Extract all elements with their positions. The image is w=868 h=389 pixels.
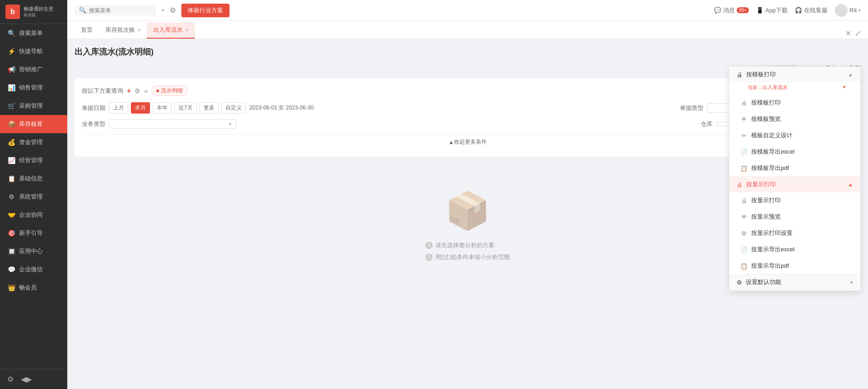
- search-settings-icon[interactable]: ⚙: [135, 87, 140, 95]
- user-name: Rit: [849, 7, 857, 14]
- dp-default-label: ⚙ 设置默认功能: [737, 278, 781, 286]
- sidebar-icon: 📊: [7, 84, 15, 92]
- user-avatar: [835, 4, 848, 17]
- dp-item-1-icon: 👁: [740, 115, 748, 123]
- settings-icon[interactable]: ⚙: [7, 375, 14, 384]
- tab-maximize[interactable]: ⤢: [855, 29, 861, 38]
- trial-button[interactable]: 体验行业方案: [181, 4, 229, 17]
- dp-item-0-icon: 🖨: [740, 99, 748, 106]
- dp-main-header[interactable]: 🖨 按模板打印 ▲: [729, 67, 860, 82]
- date-7-days[interactable]: 近7天: [175, 102, 197, 114]
- sidebar-item-畅会员[interactable]: 👑 畅会员: [0, 279, 67, 297]
- tip-num-1: 1: [425, 242, 433, 249]
- date-more[interactable]: 更多: [200, 102, 219, 114]
- sidebar-item-快捷导航[interactable]: ⚡ 快捷导航: [0, 42, 67, 60]
- dp-current-text: 当前：出入库流水: [748, 85, 788, 90]
- user-avatar-area[interactable]: Rit ▾: [835, 4, 861, 17]
- dp-item-print-settings-display[interactable]: ⚙ 按显示打印设置: [729, 225, 860, 241]
- dp-s2-item-1-icon: 👁: [740, 213, 748, 220]
- topbar-gear-icon[interactable]: ⚙: [170, 6, 176, 15]
- sidebar-item-搜索菜单[interactable]: 🔍 搜索菜单: [0, 24, 67, 42]
- business-type-label: 业务类型: [82, 120, 105, 128]
- business-type-select[interactable]: ▾: [109, 119, 236, 129]
- dp-item-0-label: 按模板打印: [751, 99, 781, 107]
- dp-item-export-excel-display[interactable]: 📄 按显示导出excel: [729, 241, 860, 258]
- dp-item-export-pdf-template[interactable]: 📋 按模板导出pdf: [729, 160, 860, 176]
- dp-display-arrow: ▲: [848, 182, 853, 187]
- dp-title: 按模板打印: [746, 70, 776, 79]
- sidebar-label: 畅会员: [19, 284, 37, 292]
- dp-item-2-label: 模板自定义设计: [751, 131, 793, 140]
- date-last-month[interactable]: 上月: [109, 102, 128, 114]
- dp-section-arrow-up: ▲: [848, 72, 853, 77]
- sidebar-icon: 📈: [7, 156, 15, 165]
- date-field-label: 单据日期: [82, 104, 105, 112]
- sidebar-item-库存核算[interactable]: 📦 库存核算: [0, 115, 67, 133]
- dp-display-title: 按显示打印: [746, 180, 776, 189]
- empty-tip-1: 请先选择要分析的方案: [435, 239, 494, 251]
- sidebar-item-销售管理[interactable]: 📊 销售管理: [0, 79, 67, 97]
- sidebar-icon: 👑: [7, 284, 15, 292]
- sidebar-item-应用中心[interactable]: 🔲 应用中心: [0, 242, 67, 260]
- date-this-month[interactable]: 本月: [131, 102, 150, 114]
- app-download-icon: 📱: [756, 7, 763, 14]
- collapse-label: 收起更多条件: [454, 138, 487, 146]
- dp-item-export-pdf-display[interactable]: 📋 按显示导出pdf: [729, 258, 860, 274]
- sidebar-icon: 🔲: [7, 247, 15, 255]
- app-download-item[interactable]: 📱 App下载: [756, 6, 788, 15]
- sidebar-label: 企业微信: [19, 265, 43, 274]
- tab-stock-flow-label: 出入库流水: [153, 26, 183, 34]
- dp-default-header[interactable]: ⚙ 设置默认功能 ▾: [729, 274, 860, 290]
- sidebar-item-资金管理[interactable]: 💰 资金管理: [0, 133, 67, 151]
- sidebar-item-采购管理[interactable]: 🛒 采购管理: [0, 97, 67, 115]
- sidebar-label: 系统管理: [19, 193, 43, 201]
- tab-home[interactable]: 首页: [75, 22, 99, 39]
- dp-default-arrow: ▾: [850, 279, 853, 285]
- dp-item-export-excel-template[interactable]: 📄 按模板导出excel: [729, 144, 860, 160]
- tabs-bar: 首页 库存批次账 × 出入库流水 × ✕ ⤢: [67, 21, 868, 39]
- sidebar-item-企业协同[interactable]: 🤝 企业协同: [0, 206, 67, 224]
- dp-display-header[interactable]: 🖨 按显示打印 ▲: [729, 177, 860, 192]
- search-add-icon[interactable]: +: [127, 87, 131, 95]
- empty-state-icon: 📦: [445, 190, 490, 232]
- sidebar-icon: ⚡: [7, 47, 15, 55]
- tab-inventory-batch-close[interactable]: ×: [138, 27, 140, 33]
- message-label: 消息: [723, 6, 735, 15]
- tab-stock-flow[interactable]: 出入库流水 ×: [147, 22, 195, 39]
- empty-tip-row-1: 1 请先选择要分析的方案: [425, 239, 509, 251]
- dp-s2-item-0-icon: 🖨: [740, 197, 748, 204]
- sidebar-item-新手引导[interactable]: 🎯 新手引导: [0, 224, 67, 242]
- dp-item-print-template[interactable]: 🖨 按模板打印: [729, 95, 860, 111]
- date-custom[interactable]: 自定义: [221, 102, 246, 114]
- collapse-icon[interactable]: ◀▶: [21, 375, 32, 384]
- topbar-search-box[interactable]: 🔍: [75, 5, 156, 15]
- dp-item-print-display[interactable]: 🖨 按显示打印: [729, 192, 860, 209]
- search-icon: 🔍: [79, 7, 86, 14]
- business-type-field: 业务类型 ▾: [82, 119, 236, 129]
- sidebar-icon: 📢: [7, 65, 15, 74]
- dp-display-icon: 🖨: [737, 181, 743, 188]
- sidebar-item-基础信息[interactable]: 📋 基础信息: [0, 170, 67, 188]
- message-item[interactable]: 💬 消息 99+: [714, 6, 749, 15]
- search-dropdown-icon[interactable]: ▾: [162, 8, 164, 13]
- tab-inventory-batch[interactable]: 库存批次账 ×: [99, 22, 147, 39]
- sidebar-item-企业微信[interactable]: 💬 企业微信: [0, 260, 67, 279]
- dp-item-preview-display[interactable]: 👁 按显示预览: [729, 209, 860, 225]
- tab-close-all[interactable]: ✕: [845, 29, 851, 38]
- search-input[interactable]: [89, 7, 144, 14]
- online-service-item[interactable]: 🎧 在线客服: [795, 6, 828, 15]
- sidebar-item-系统管理[interactable]: ⚙ 系统管理: [0, 188, 67, 206]
- dp-item-preview-template[interactable]: 👁 按模板预览: [729, 111, 860, 127]
- dp-s2-item-3-label: 按显示导出excel: [751, 245, 794, 254]
- dp-display-header-label: 🖨 按显示打印: [737, 180, 776, 189]
- sidebar-item-经营管理[interactable]: 📈 经营管理: [0, 151, 67, 170]
- tab-stock-flow-close[interactable]: ×: [185, 27, 188, 33]
- search-collapse-icon[interactable]: «: [144, 87, 148, 95]
- dp-s2-item-2-icon: ⚙: [740, 229, 748, 237]
- dp-s2-item-3-icon: 📄: [740, 246, 748, 253]
- sidebar-item-营销推广[interactable]: 📢 营销推广: [0, 60, 67, 79]
- search-by-label: 按以下方案查询: [82, 87, 123, 95]
- dp-item-custom-design[interactable]: ✏ 模板自定义设计: [729, 127, 860, 144]
- filter-tag-label: 流水明细: [161, 87, 183, 95]
- date-this-year[interactable]: 本年: [153, 102, 172, 114]
